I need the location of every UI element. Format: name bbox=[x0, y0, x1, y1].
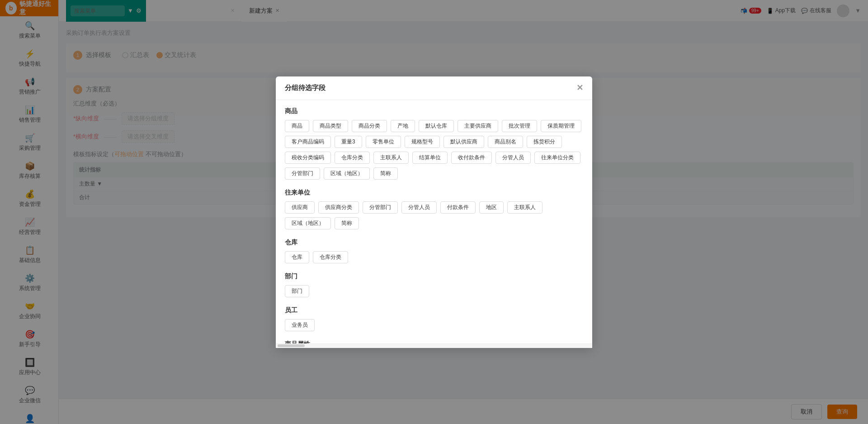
modal-header: 分组待选字段 ✕ bbox=[276, 76, 592, 100]
modal-overlay: 分组待选字段 ✕ 商品 商品 商品类型 商品分类 产地 默认仓库 主要供应商 批… bbox=[0, 0, 868, 424]
field-tag[interactable]: 商品分类 bbox=[352, 120, 387, 132]
field-group-dept-title: 部门 bbox=[285, 272, 583, 281]
modal-title: 分组待选字段 bbox=[285, 84, 326, 92]
field-tag[interactable]: 简称 bbox=[373, 167, 398, 180]
field-tag[interactable]: 区域（地区） bbox=[285, 217, 331, 229]
field-group-warehouse-title: 仓库 bbox=[285, 238, 583, 247]
field-tag[interactable]: 分管部门 bbox=[363, 201, 398, 214]
field-tags-warehouse: 仓库 仓库分类 bbox=[285, 251, 583, 263]
field-tags-counterparty: 供应商 供应商分类 分管部门 分管人员 付款条件 地区 主联系人 区域（地区） … bbox=[285, 201, 583, 229]
field-tags-staff: 业务员 bbox=[285, 319, 583, 331]
field-group-staff: 员工 业务员 bbox=[285, 306, 583, 331]
field-tag[interactable]: 分管人员 bbox=[495, 152, 531, 164]
field-select-modal: 分组待选字段 ✕ 商品 商品 商品类型 商品分类 产地 默认仓库 主要供应商 批… bbox=[276, 76, 592, 348]
field-tag[interactable]: 供应商分类 bbox=[318, 201, 359, 214]
field-tag[interactable]: 主要供应商 bbox=[458, 120, 498, 132]
field-tag[interactable]: 客户商品编码 bbox=[285, 136, 331, 148]
field-group-product: 商品 商品 商品类型 商品分类 产地 默认仓库 主要供应商 批次管理 保质期管理… bbox=[285, 107, 583, 180]
field-tag[interactable]: 业务员 bbox=[285, 319, 315, 331]
field-tag[interactable]: 主联系人 bbox=[507, 201, 542, 214]
field-tag[interactable]: 产地 bbox=[391, 120, 415, 132]
field-tag[interactable]: 商品 bbox=[285, 120, 309, 132]
field-tag[interactable]: 部门 bbox=[285, 285, 309, 297]
field-group-product-attr: 商品属性 属性 颜色 多规格 尺码 鞋码 1 bbox=[285, 340, 583, 343]
field-group-dept: 部门 部门 bbox=[285, 272, 583, 297]
field-tag[interactable]: 保质期管理 bbox=[541, 120, 581, 132]
field-tag[interactable]: 付款条件 bbox=[440, 201, 476, 214]
field-tag[interactable]: 批次管理 bbox=[502, 120, 537, 132]
field-group-counterparty: 往来单位 供应商 供应商分类 分管部门 分管人员 付款条件 地区 主联系人 区域… bbox=[285, 189, 583, 229]
field-tag[interactable]: 零售单位 bbox=[366, 136, 401, 148]
field-tag[interactable]: 仓库分类 bbox=[335, 152, 370, 164]
field-tags-dept: 部门 bbox=[285, 285, 583, 297]
field-tag[interactable]: 主联系人 bbox=[373, 152, 409, 164]
field-group-product-attr-title: 商品属性 bbox=[285, 340, 583, 343]
field-tags-product: 商品 商品类型 商品分类 产地 默认仓库 主要供应商 批次管理 保质期管理 客户… bbox=[285, 120, 583, 180]
modal-close-btn[interactable]: ✕ bbox=[576, 84, 583, 92]
field-group-counterparty-title: 往来单位 bbox=[285, 189, 583, 197]
field-tag[interactable]: 规格型号 bbox=[405, 136, 440, 148]
field-tag[interactable]: 重量3 bbox=[335, 136, 362, 148]
field-tag[interactable]: 分管人员 bbox=[401, 201, 437, 214]
modal-body[interactable]: 商品 商品 商品类型 商品分类 产地 默认仓库 主要供应商 批次管理 保质期管理… bbox=[276, 100, 592, 343]
field-tag[interactable]: 税收分类编码 bbox=[285, 152, 331, 164]
field-tag[interactable]: 默认仓库 bbox=[419, 120, 454, 132]
hscroll-thumb[interactable] bbox=[278, 344, 305, 347]
field-tag[interactable]: 商品类型 bbox=[313, 120, 348, 132]
field-tag[interactable]: 供应商 bbox=[285, 201, 315, 214]
field-tag[interactable]: 区域（地区） bbox=[324, 167, 370, 180]
field-tag[interactable]: 收付款条件 bbox=[451, 152, 492, 164]
field-tag[interactable]: 结算单位 bbox=[412, 152, 448, 164]
field-tag[interactable]: 仓库 bbox=[285, 251, 309, 263]
field-tag[interactable]: 简称 bbox=[335, 217, 359, 229]
field-tag[interactable]: 仓库分类 bbox=[313, 251, 348, 263]
field-group-warehouse: 仓库 仓库 仓库分类 bbox=[285, 238, 583, 263]
modal-hscrollbar[interactable] bbox=[276, 343, 592, 348]
field-tag[interactable]: 商品别名 bbox=[488, 136, 523, 148]
field-tag[interactable]: 分管部门 bbox=[285, 167, 320, 180]
field-group-staff-title: 员工 bbox=[285, 306, 583, 314]
field-tag[interactable]: 默认供应商 bbox=[443, 136, 484, 148]
field-tag[interactable]: 拣货积分 bbox=[527, 136, 562, 148]
field-tag[interactable]: 往来单位分类 bbox=[534, 152, 580, 164]
field-tag[interactable]: 地区 bbox=[479, 201, 504, 214]
field-group-product-title: 商品 bbox=[285, 107, 583, 115]
